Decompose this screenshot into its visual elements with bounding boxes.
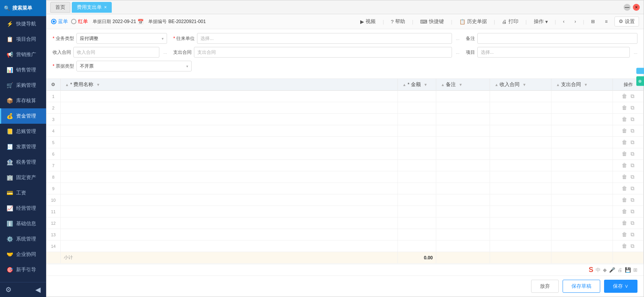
row-note[interactable]: [436, 102, 490, 114]
row-amount[interactable]: [398, 206, 436, 217]
row-delete-btn[interactable]: 🗑: [622, 139, 627, 145]
video-btn[interactable]: ▶ 视频: [357, 17, 379, 26]
sidebar-item-tax-mgmt[interactable]: 🏦 税务管理: [0, 154, 46, 170]
row-note[interactable]: [436, 91, 490, 102]
sidebar-item-quick-nav[interactable]: ⚡ 快捷导航: [0, 16, 46, 32]
sidebar-item-project-contract[interactable]: 📋 项目合同: [0, 32, 46, 47]
tab-expense[interactable]: 费用支出单 ×: [72, 2, 112, 13]
row-expense-contract[interactable]: [551, 194, 613, 206]
sidebar-item-capital-mgmt[interactable]: 💰 资金管理: [0, 108, 46, 124]
row-delete-btn[interactable]: 🗑: [622, 116, 627, 122]
row-amount[interactable]: [398, 102, 436, 114]
side-tab-green[interactable]: ⊕: [636, 76, 644, 86]
amount-sort-down[interactable]: ▼: [424, 83, 427, 87]
row-amount[interactable]: [398, 148, 436, 160]
row-expense-contract[interactable]: [551, 206, 613, 217]
row-copy-btn[interactable]: ⧉: [631, 185, 634, 191]
row-amount[interactable]: [398, 114, 436, 125]
row-expense-contract[interactable]: [551, 91, 613, 102]
radio-red[interactable]: 红单: [71, 18, 88, 25]
row-expense-name[interactable]: [60, 171, 398, 183]
row-copy-btn[interactable]: ⧉: [631, 174, 634, 180]
project-select[interactable]: 选择...: [477, 47, 630, 58]
row-expense-name[interactable]: [60, 183, 398, 194]
row-expense-name[interactable]: [60, 229, 398, 241]
list-view-btn[interactable]: ≡: [602, 18, 611, 25]
settings-btn[interactable]: ⚙ 设置: [614, 17, 639, 27]
save-button[interactable]: 保存 ∨: [604, 280, 637, 293]
row-note[interactable]: [436, 160, 490, 171]
row-note[interactable]: [436, 241, 490, 252]
row-note[interactable]: [436, 125, 490, 137]
row-income-contract[interactable]: [490, 241, 551, 252]
expense-sort-down[interactable]: ▼: [584, 83, 588, 87]
sidebar-item-enterprise[interactable]: 🤝 企业协同: [0, 247, 46, 262]
row-expense-contract[interactable]: [551, 241, 613, 252]
row-note[interactable]: [436, 206, 490, 217]
row-expense-name[interactable]: [60, 194, 398, 206]
row-delete-btn[interactable]: 🗑: [622, 105, 627, 111]
row-income-contract[interactable]: [490, 217, 551, 229]
row-expense-name[interactable]: [60, 241, 398, 252]
income-sort-up[interactable]: ▲: [495, 83, 498, 87]
row-delete-btn[interactable]: 🗑: [622, 243, 627, 249]
row-amount[interactable]: [398, 137, 436, 148]
shortcut-btn[interactable]: ⌨ 快捷键: [417, 17, 447, 26]
history-btn[interactable]: 📋 历史单据: [456, 17, 490, 26]
row-expense-name[interactable]: [60, 148, 398, 160]
sidebar-header[interactable]: 🔍 搜索菜单: [0, 0, 46, 16]
print-btn[interactable]: 🖨 打印: [499, 17, 521, 26]
col-settings[interactable]: ⚙: [46, 79, 60, 91]
sidebar-item-new-user[interactable]: 🎯 新手引导: [0, 262, 46, 277]
sidebar-item-purchase-mgmt[interactable]: 🛒 采购管理: [0, 78, 46, 93]
sidebar-item-ops-mgmt[interactable]: 📈 经营管理: [0, 201, 46, 216]
row-copy-btn[interactable]: ⧉: [631, 151, 634, 157]
row-expense-name[interactable]: [60, 137, 398, 148]
row-expense-contract[interactable]: [551, 114, 613, 125]
row-income-contract[interactable]: [490, 206, 551, 217]
row-copy-btn[interactable]: ⧉: [631, 208, 634, 214]
save-draft-button[interactable]: 保存草稿: [563, 280, 600, 293]
minimize-button[interactable]: —: [624, 4, 631, 11]
row-delete-btn[interactable]: 🗑: [622, 185, 627, 191]
row-copy-btn[interactable]: ⧉: [631, 231, 634, 237]
row-income-contract[interactable]: [490, 160, 551, 171]
sidebar-item-ledger-mgmt[interactable]: 📒 总账管理: [0, 124, 46, 139]
row-expense-contract[interactable]: [551, 160, 613, 171]
row-delete-btn[interactable]: 🗑: [622, 151, 627, 157]
invoice-type-select[interactable]: 不开票 ▾: [76, 61, 192, 71]
row-amount[interactable]: [398, 91, 436, 102]
row-copy-btn[interactable]: ⧉: [631, 162, 634, 168]
row-note[interactable]: [436, 114, 490, 125]
sidebar-item-fixed-assets[interactable]: 🏢 固定资产: [0, 170, 46, 185]
sidebar-item-inventory[interactable]: 📦 库存核算: [0, 93, 46, 108]
row-expense-name[interactable]: [60, 206, 398, 217]
row-income-contract[interactable]: [490, 102, 551, 114]
row-expense-contract[interactable]: [551, 183, 613, 194]
row-delete-btn[interactable]: 🗑: [622, 197, 627, 203]
row-income-contract[interactable]: [490, 137, 551, 148]
note-input[interactable]: [477, 33, 637, 44]
row-delete-btn[interactable]: 🗑: [622, 220, 627, 226]
row-expense-name[interactable]: [60, 102, 398, 114]
row-income-contract[interactable]: [490, 194, 551, 206]
row-income-contract[interactable]: [490, 183, 551, 194]
sidebar-item-invoice-mgmt[interactable]: 🧾 发票管理: [0, 139, 46, 154]
row-amount[interactable]: [398, 241, 436, 252]
prev-btn[interactable]: ‹: [560, 18, 568, 25]
grid-view-btn[interactable]: ⊞: [588, 18, 598, 25]
row-expense-contract[interactable]: [551, 229, 613, 241]
row-note[interactable]: [436, 217, 490, 229]
row-income-contract[interactable]: [490, 148, 551, 160]
row-amount[interactable]: [398, 183, 436, 194]
attachment-tab[interactable]: 附件: [636, 68, 644, 74]
row-delete-btn[interactable]: 🗑: [622, 93, 627, 99]
expense-sort-up[interactable]: ▲: [556, 83, 560, 87]
row-copy-btn[interactable]: ⧉: [631, 128, 634, 134]
row-amount[interactable]: [398, 160, 436, 171]
expense-contract-select[interactable]: 支出合同: [194, 47, 452, 58]
collapse-icon[interactable]: ◀: [35, 285, 41, 294]
row-note[interactable]: [436, 194, 490, 206]
expense-name-sort-down[interactable]: ▼: [96, 83, 100, 87]
note-sort-down[interactable]: ▼: [459, 83, 463, 87]
